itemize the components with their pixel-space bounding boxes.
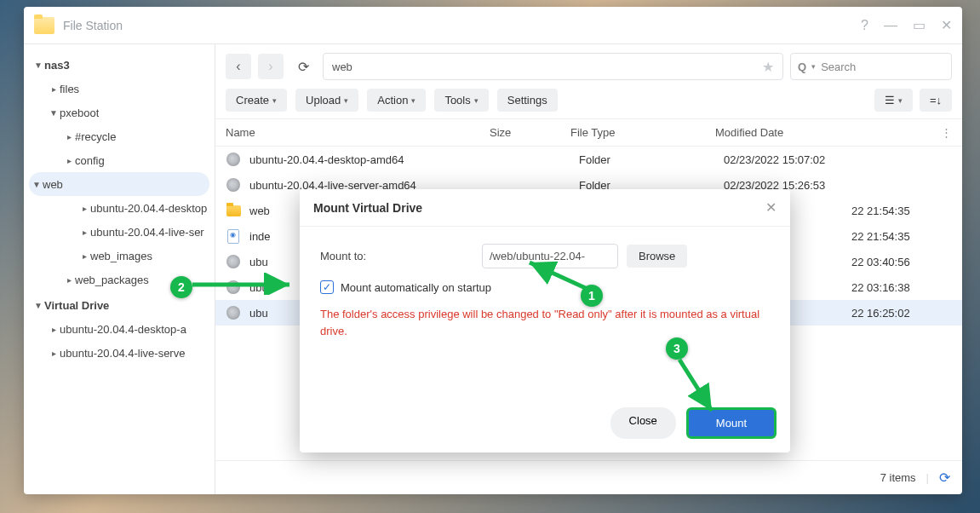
chevron-down-icon: ▾: [411, 96, 415, 105]
path-input[interactable]: web ★: [323, 53, 783, 80]
search-icon: Q: [798, 61, 806, 73]
disc-icon: [226, 152, 241, 167]
view-list-button[interactable]: ☰▾: [874, 89, 913, 112]
caret-down-icon: ▼: [31, 180, 43, 189]
col-modified[interactable]: Modified Date: [715, 126, 935, 139]
chevron-down-icon: ▾: [344, 96, 348, 105]
tree-vitem-0[interactable]: ▸ubuntu-20.04.4-desktop-a: [24, 317, 215, 341]
tree-vitem-1[interactable]: ▸ubuntu-20.04.4-live-serve: [24, 341, 215, 365]
reload-icon[interactable]: ⟳: [939, 470, 950, 486]
search-input[interactable]: Q▾ Search: [790, 53, 952, 80]
tree-item-ubuntu-desktop[interactable]: ▸ubuntu-20.04.4-desktop: [24, 196, 215, 220]
caret-right-icon: ▸: [78, 251, 90, 261]
caret-right-icon: ▸: [78, 204, 90, 213]
item-count: 7 items: [880, 471, 916, 484]
disc-icon: [226, 280, 241, 295]
col-name[interactable]: Name: [226, 126, 490, 139]
warning-text: The folder's access privilege will be ch…: [320, 306, 763, 339]
caret-down-icon: ▼: [48, 108, 60, 118]
annotation-2: 2: [170, 276, 192, 298]
file-icon: [226, 228, 241, 244]
maximize-icon[interactable]: ▭: [913, 19, 926, 32]
help-icon[interactable]: ?: [861, 19, 868, 32]
app-title: File Station: [63, 19, 123, 32]
tree-item-web[interactable]: ▼web: [29, 172, 209, 196]
disc-icon: [226, 177, 241, 193]
action-button[interactable]: Action▾: [367, 89, 426, 112]
mount-virtual-drive-dialog: Mount Virtual Drive ✕ Mount to: Browse ✓…: [300, 189, 790, 452]
caret-right-icon: ▸: [63, 156, 75, 165]
chevron-down-icon: ▾: [474, 96, 479, 105]
upload-button[interactable]: Upload▾: [295, 89, 358, 112]
caret-right-icon: ▸: [48, 84, 60, 94]
chevron-down-icon: ▾: [811, 62, 816, 71]
mount-button[interactable]: Mount: [686, 407, 777, 439]
mount-to-input[interactable]: [482, 244, 618, 268]
tools-button[interactable]: Tools▾: [434, 89, 488, 112]
caret-right-icon: ▸: [78, 228, 90, 237]
dialog-close-icon[interactable]: ✕: [765, 199, 777, 216]
annotation-1: 1: [581, 285, 603, 307]
auto-mount-checkbox[interactable]: ✓: [320, 280, 334, 294]
forward-button[interactable]: ›: [258, 54, 284, 79]
browse-button[interactable]: Browse: [627, 245, 687, 268]
caret-right-icon: ▸: [63, 132, 75, 141]
favorite-star-icon[interactable]: ★: [762, 59, 774, 75]
chevron-down-icon: ▾: [272, 96, 277, 105]
col-menu-icon[interactable]: ⋮: [935, 126, 952, 139]
status-bar: 7 items | ⟳: [215, 460, 962, 494]
tree-item-web-images[interactable]: ▸web_images: [24, 244, 215, 268]
disc-icon: [226, 254, 241, 269]
search-placeholder: Search: [821, 61, 856, 73]
refresh-button[interactable]: ⟳: [290, 54, 316, 79]
sidebar: ▼ nas3 ▸files ▼pxeboot ▸#recycle ▸config…: [24, 44, 215, 494]
tree-item-pxeboot[interactable]: ▼pxeboot: [24, 101, 215, 124]
settings-button[interactable]: Settings: [497, 89, 558, 112]
caret-down-icon: ▼: [32, 301, 44, 310]
path-text: web: [332, 61, 352, 73]
table-row[interactable]: ubuntu-20.04.4-desktop-amd64Folder02/23/…: [215, 147, 962, 172]
annotation-3: 3: [666, 337, 688, 360]
tree-item-files[interactable]: ▸files: [24, 77, 215, 101]
close-button[interactable]: Close: [610, 407, 676, 439]
folder-icon: [226, 203, 241, 218]
table-header: Name Size File Type Modified Date ⋮: [215, 119, 962, 147]
app-icon: [34, 17, 54, 34]
caret-down-icon: ▼: [32, 61, 44, 70]
tree-item-recycle[interactable]: ▸#recycle: [24, 124, 215, 148]
mount-to-label: Mount to:: [320, 250, 473, 262]
minimize-icon[interactable]: —: [884, 19, 897, 32]
auto-mount-label: Mount automatically on startup: [341, 281, 491, 294]
caret-right-icon: ▸: [63, 275, 75, 285]
tree-item-config[interactable]: ▸config: [24, 148, 215, 172]
col-type[interactable]: File Type: [570, 126, 715, 139]
tree-item-ubuntu-liveserver[interactable]: ▸ubuntu-20.04.4-live-ser: [24, 220, 215, 244]
sort-button[interactable]: =↓: [920, 89, 952, 112]
titlebar: File Station ? — ▭ ✕: [24, 7, 962, 44]
create-button[interactable]: Create▾: [226, 89, 287, 112]
col-size[interactable]: Size: [490, 126, 570, 139]
caret-right-icon: ▸: [48, 325, 60, 334]
back-button[interactable]: ‹: [226, 54, 251, 79]
caret-right-icon: ▸: [48, 349, 60, 358]
close-icon[interactable]: ✕: [941, 19, 952, 32]
disc-icon: [226, 305, 241, 320]
dialog-title: Mount Virtual Drive: [313, 201, 422, 215]
tree-root[interactable]: ▼ nas3: [24, 53, 215, 77]
